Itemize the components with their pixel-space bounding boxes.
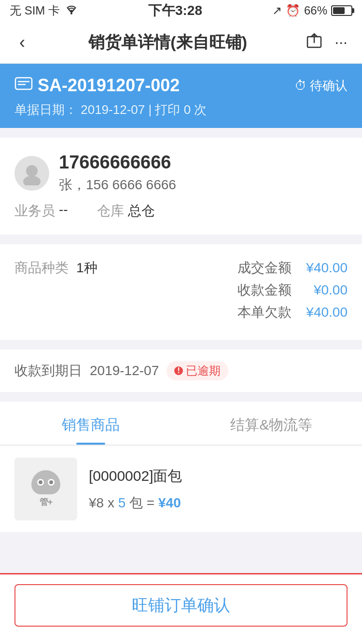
customer-phone: 17666666666 <box>59 152 176 173</box>
alarm-icon: ⏰ <box>286 4 300 17</box>
svg-point-3 <box>26 165 38 177</box>
order-icon <box>14 75 33 96</box>
product-price: ¥8 x 5 包 = ¥40 <box>89 494 348 512</box>
order-status: ⏱ 待确认 <box>294 77 348 94</box>
warehouse-field: 仓库 总仓 <box>97 202 155 220</box>
time-display: 下午3:28 <box>148 1 202 20</box>
salesperson-field: 业务员 -- <box>14 202 68 220</box>
order-date: 单据日期： 2019-12-07 | 打印 0 次 <box>14 101 348 118</box>
owl-tag: 管+ <box>40 496 53 508</box>
more-icon[interactable]: ··· <box>334 33 348 51</box>
salesperson-label: 业务员 <box>14 202 55 220</box>
owl-eye-right <box>48 479 55 486</box>
product-info: [0000002]面包 ¥8 x 5 包 = ¥40 <box>89 466 348 512</box>
collected-value: ¥0.00 <box>299 282 348 298</box>
svg-point-4 <box>23 176 41 185</box>
battery-icon <box>331 5 352 16</box>
transaction-amount-label: 成交金额 <box>237 259 292 277</box>
status-bar: 无 SIM 卡 下午3:28 ↗ ⏰ 66% <box>0 0 362 21</box>
battery-percent: 66% <box>304 4 327 17</box>
transaction-amount-row: 成交金额 ¥40.00 <box>237 259 348 277</box>
order-header: SA-20191207-002 ⏱ 待确认 单据日期： 2019-12-07 |… <box>0 64 362 128</box>
battery-fill <box>333 7 345 14</box>
customer-card: 17666666666 张，156 6666 6666 业务员 -- 仓库 总仓 <box>0 138 362 235</box>
tabs-container: 销售商品 结算&物流等 <box>0 402 362 445</box>
order-id: SA-20191207-002 <box>14 75 180 96</box>
customer-info: 17666666666 张，156 6666 6666 <box>59 152 176 194</box>
due-date-card: 收款到期日 2019-12-07 ! 已逾期 <box>0 350 362 392</box>
collected-label: 收款金额 <box>237 281 292 299</box>
svg-point-0 <box>70 13 72 14</box>
status-left: 无 SIM 卡 <box>10 3 78 18</box>
status-right: ↗ ⏰ 66% <box>272 4 352 17</box>
product-type-section: 商品种类 1种 <box>14 259 97 277</box>
customer-top: 17666666666 张，156 6666 6666 <box>14 152 348 194</box>
tab-settlement[interactable]: 结算&物流等 <box>181 402 362 445</box>
svg-rect-2 <box>15 78 32 89</box>
overdue-dot-icon: ! <box>174 366 183 375</box>
due-date-label: 收款到期日 <box>14 362 82 380</box>
back-button[interactable]: ‹ <box>14 28 30 57</box>
location-icon: ↗ <box>272 4 282 17</box>
product-card: 管+ [0000002]面包 ¥8 x 5 包 = ¥40 <box>0 446 362 532</box>
product-thumbnail: 管+ <box>14 458 77 520</box>
owl-body <box>31 470 60 494</box>
carrier-text: 无 SIM 卡 <box>10 3 60 18</box>
customer-meta: 业务员 -- 仓库 总仓 <box>14 202 348 220</box>
product-type-value: 1种 <box>76 259 97 277</box>
overdue-badge: ! 已逾期 <box>167 361 228 380</box>
clock-icon: ⏱ <box>294 78 307 93</box>
owed-value: ¥40.00 <box>299 305 348 320</box>
salesperson-value: -- <box>59 202 68 220</box>
share-icon[interactable] <box>306 32 323 53</box>
owed-row: 本单欠款 ¥40.00 <box>237 303 348 322</box>
transaction-amount-value: ¥40.00 <box>299 260 348 276</box>
nav-bar: ‹ 销货单详情(来自旺铺) ··· <box>0 21 362 64</box>
tab-products[interactable]: 销售商品 <box>0 402 181 445</box>
product-name: [0000002]面包 <box>89 466 348 486</box>
nav-actions: ··· <box>306 32 348 53</box>
owl-eye-left <box>37 479 44 486</box>
due-date-value: 2019-12-07 <box>90 363 159 378</box>
customer-avatar <box>14 156 49 191</box>
order-header-top: SA-20191207-002 ⏱ 待确认 <box>14 75 348 96</box>
product-total: ¥40 <box>158 495 181 510</box>
overdue-text: 已逾期 <box>186 363 221 378</box>
wifi-icon <box>65 4 78 17</box>
collected-row: 收款金额 ¥0.00 <box>237 281 348 299</box>
page-title: 销货单详情(来自旺铺) <box>88 31 247 54</box>
amount-section: 成交金额 ¥40.00 收款金额 ¥0.00 本单欠款 ¥40.00 <box>237 259 348 325</box>
product-type-label: 商品种类 <box>14 259 69 277</box>
warehouse-label: 仓库 <box>97 202 124 220</box>
owl-logo: 管+ <box>31 470 60 508</box>
summary-card: 商品种类 1种 成交金额 ¥40.00 收款金额 ¥0.00 本单欠款 ¥40.… <box>0 244 362 340</box>
bottom-bar: 旺铺订单确认 <box>0 573 362 644</box>
product-qty: 5 <box>118 495 126 510</box>
warehouse-value: 总仓 <box>128 202 155 220</box>
confirm-order-button[interactable]: 旺铺订单确认 <box>14 584 348 627</box>
owed-label: 本单欠款 <box>237 303 292 322</box>
customer-name: 张，156 6666 6666 <box>59 176 176 194</box>
